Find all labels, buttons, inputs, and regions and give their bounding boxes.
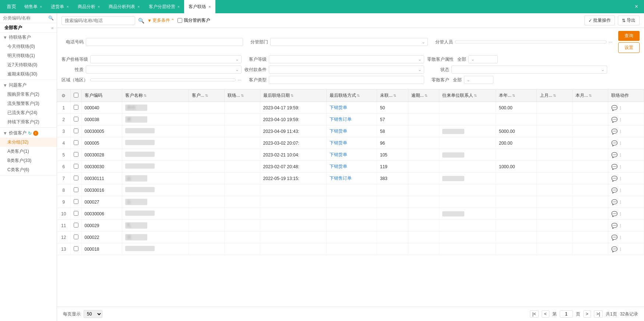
phone-input[interactable] — [86, 38, 243, 46]
sidebar-group-title-1[interactable]: ▼问题客户 — [0, 81, 57, 90]
nav-tab-close[interactable]: × — [208, 4, 211, 9]
row-checkbox[interactable] — [74, 199, 78, 204]
nav-tab-customer-contact[interactable]: 客户联络× — [184, 0, 215, 13]
sidebar-group-title-2[interactable]: ▼价值客户↻! — [0, 128, 57, 138]
retail-select[interactable]: ⌄ — [464, 76, 493, 84]
sidebar-item-2-2[interactable]: B类客户(33) — [0, 156, 57, 165]
prev-page-btn[interactable]: < — [542, 310, 549, 318]
last-method-link[interactable]: 下销售订单 — [330, 176, 352, 181]
my-customers-checkbox[interactable]: 我分管的客户 — [177, 17, 210, 24]
nature-select[interactable]: ⌄ — [86, 66, 242, 74]
row-checkbox[interactable] — [74, 140, 78, 145]
nav-tab-close[interactable]: × — [177, 4, 180, 9]
settings-icon[interactable]: ⚙ — [61, 93, 66, 98]
dept-select[interactable]: ⌄ — [270, 38, 427, 46]
grid-action-icon[interactable]: ⁝ — [620, 211, 621, 217]
nav-tab-sales[interactable]: 销售单× — [20, 0, 46, 13]
comment-icon[interactable]: 💬 — [611, 152, 617, 158]
page-number-input[interactable] — [560, 310, 573, 318]
refresh-icon[interactable]: ↻ — [28, 131, 32, 136]
comment-icon[interactable]: 💬 — [611, 128, 617, 134]
nav-tab-customer-segment[interactable]: 客户分层经营× — [144, 0, 184, 13]
comment-icon[interactable]: 💬 — [611, 199, 617, 205]
last-method-link[interactable]: 下销货单 — [330, 105, 347, 110]
comment-icon[interactable]: 💬 — [611, 234, 617, 240]
grid-action-icon[interactable]: ⁝ — [620, 246, 621, 252]
th-settings[interactable]: ⚙ — [57, 89, 70, 102]
select-all-checkbox[interactable] — [74, 93, 78, 98]
comment-icon[interactable]: 💬 — [611, 187, 617, 193]
sidebar-item-0-0[interactable]: 今天待联络(0) — [0, 42, 57, 51]
nav-tab-purchase[interactable]: 进货单× — [46, 0, 73, 13]
retail-attr-select[interactable]: ⌄ — [468, 55, 498, 63]
grid-action-icon[interactable]: ⁝ — [620, 176, 621, 181]
all-customers-title[interactable]: ⁤ 全部客户 — [3, 25, 22, 31]
sidebar-item-2-1[interactable]: A类客户(1) — [0, 147, 57, 156]
first-page-btn[interactable]: |< — [530, 310, 539, 318]
region-more-btn[interactable]: ··· — [238, 77, 242, 82]
row-checkbox[interactable] — [74, 176, 78, 180]
last-method-link[interactable]: 下销货单 — [330, 152, 347, 157]
sidebar-item-1-0[interactable]: 囤购异常客户(2) — [0, 90, 57, 99]
sidebar-group-title-0[interactable]: ▼待联络客户 — [0, 33, 57, 42]
grid-action-icon[interactable]: ⁝ — [620, 105, 621, 111]
row-checkbox[interactable] — [74, 152, 78, 157]
sidebar-item-2-0[interactable]: 未分组(32) — [0, 138, 57, 147]
last-method-link[interactable]: 下销货单 — [330, 140, 347, 145]
comment-icon[interactable]: 💬 — [611, 140, 617, 146]
page-size-select[interactable]: 50 100 200 — [84, 310, 102, 318]
sidebar-item-1-3[interactable]: 持续下滑客户(2) — [0, 117, 57, 127]
batch-operation-btn[interactable]: ✓ 批量操作 — [584, 15, 615, 25]
comment-icon[interactable]: 💬 — [611, 223, 617, 229]
row-checkbox[interactable] — [74, 105, 78, 110]
last-page-btn[interactable]: >| — [594, 310, 603, 318]
grid-action-icon[interactable]: ⁝ — [620, 140, 621, 146]
grid-action-icon[interactable]: ⁝ — [620, 128, 621, 134]
my-customers-check[interactable] — [177, 18, 182, 23]
grid-action-icon[interactable]: ⁝ — [620, 117, 621, 123]
grid-action-icon[interactable]: ⁝ — [620, 187, 621, 193]
row-checkbox[interactable] — [74, 211, 78, 216]
grid-action-icon[interactable]: ⁝ — [620, 164, 621, 170]
comment-icon[interactable]: 💬 — [611, 105, 617, 111]
sidebar-search-icon[interactable]: 🔍 — [48, 15, 54, 21]
export-btn[interactable]: ⇅ 导出 — [618, 15, 640, 25]
comment-icon[interactable]: 💬 — [611, 176, 617, 181]
grade-select[interactable]: ⌄ — [269, 55, 425, 63]
sidebar-item-1-2[interactable]: 已流失客户(24) — [0, 108, 57, 117]
row-checkbox[interactable] — [74, 164, 78, 169]
comment-icon[interactable]: 💬 — [611, 164, 617, 170]
reset-btn[interactable]: 设置 — [618, 42, 640, 53]
sidebar-search-input[interactable] — [3, 15, 47, 21]
nav-tab-product-analysis[interactable]: 商品分析× — [73, 0, 104, 13]
row-checkbox[interactable] — [74, 234, 78, 239]
person-more-btn[interactable]: ··· — [609, 39, 612, 45]
row-checkbox[interactable] — [74, 223, 78, 227]
filter-search-btn[interactable]: 🔍 — [138, 18, 144, 24]
last-method-link[interactable]: 下销售订单 — [330, 117, 352, 122]
grid-action-icon[interactable]: ⁝ — [620, 199, 621, 205]
nav-home[interactable]: 首页 — [3, 3, 20, 10]
row-checkbox[interactable] — [74, 187, 78, 192]
region-select[interactable] — [90, 78, 236, 81]
sidebar-item-0-1[interactable]: 明天待联络(1) — [0, 51, 57, 60]
filter-search-input[interactable] — [61, 16, 135, 25]
cust-type-input[interactable] — [269, 76, 425, 84]
grid-action-icon[interactable]: ⁝ — [620, 234, 621, 240]
comment-icon[interactable]: 💬 — [611, 117, 617, 123]
grid-action-icon[interactable]: ⁝ — [620, 223, 621, 229]
payment-select[interactable]: ⌄ — [269, 66, 425, 74]
nav-tab-close[interactable]: × — [40, 4, 42, 9]
status-select[interactable]: ⌄ — [451, 66, 607, 74]
comment-icon[interactable]: 💬 — [611, 211, 617, 217]
sidebar-item-2-3[interactable]: C类客户(6) — [0, 165, 57, 174]
row-checkbox[interactable] — [74, 246, 78, 251]
next-page-btn[interactable]: > — [583, 310, 591, 318]
sidebar-collapse-btn[interactable]: « — [51, 25, 54, 31]
price-grade-select[interactable]: ⌄ — [90, 55, 242, 63]
grid-action-icon[interactable]: ⁝ — [620, 152, 621, 158]
sidebar-item-1-1[interactable]: 流失预警客户(3) — [0, 99, 57, 108]
filter-more-conditions[interactable]: ▼ 更多条件 ⌃ — [147, 17, 175, 24]
nav-tab-close[interactable]: × — [66, 4, 68, 9]
last-method-link[interactable]: 下销货单 — [330, 164, 347, 169]
